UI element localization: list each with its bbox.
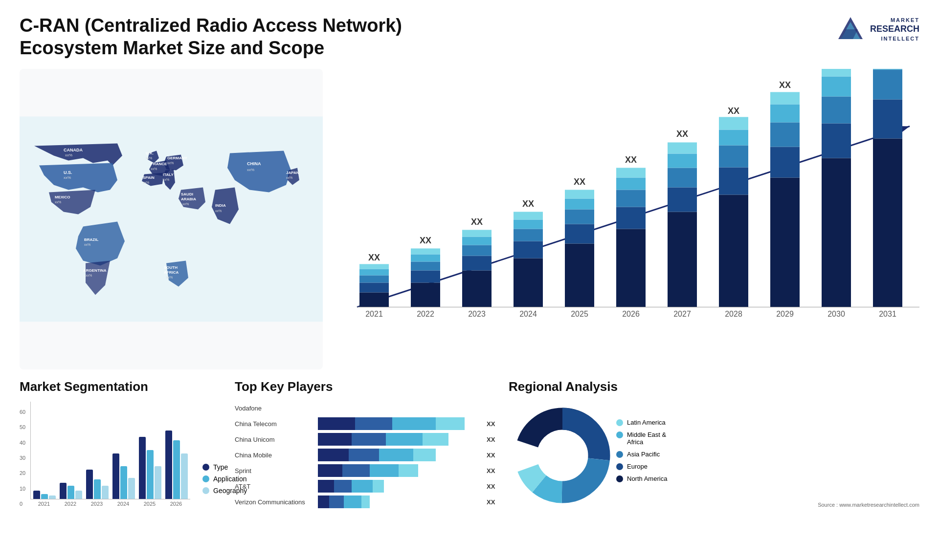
bar-seg1 [318, 464, 342, 477]
x-axis-labels: 2021 2022 2023 2024 2025 2026 [30, 501, 190, 507]
x-label-2023: 2023 [86, 501, 108, 507]
legend-middle-east-africa: Middle East &Africa [616, 431, 667, 446]
key-players-title: Top Key Players [235, 379, 499, 394]
bar-seg3 [392, 417, 436, 430]
svg-text:INDIA: INDIA [215, 204, 226, 208]
y-label-60: 60 [20, 409, 28, 415]
svg-rect-41 [359, 269, 389, 276]
player-row-att: AT&T XX [235, 480, 499, 493]
svg-text:XX: XX [471, 217, 483, 227]
y-label-20: 20 [20, 470, 28, 476]
logo-area: MARKET RESEARCH INTELLECT [836, 15, 919, 44]
svg-text:XX: XX [779, 81, 791, 90]
map-section: CANADA xx% U.S. xx% MEXICO xx% BRAZIL xx… [20, 69, 323, 369]
bar-seg4 [399, 464, 418, 477]
svg-rect-50 [462, 271, 492, 307]
label-north-america: North America [627, 475, 667, 482]
svg-rect-89 [770, 105, 800, 123]
svg-text:ITALY: ITALY [163, 173, 174, 177]
player-name-sprint: Sprint [235, 467, 313, 474]
bar-geo-2024 [128, 478, 135, 499]
logo-text: MARKET RESEARCH INTELLECT [870, 17, 919, 42]
svg-rect-99 [873, 100, 902, 139]
svg-text:xx%: xx% [247, 168, 254, 172]
legend-dot-type [202, 464, 209, 471]
svg-rect-70 [616, 190, 646, 207]
bar-seg1 [318, 449, 349, 461]
regional-content: Latin America Middle East &Africa Asia P… [509, 402, 919, 499]
bar-geo-2025 [155, 466, 161, 499]
player-bar-vodafone [318, 402, 479, 414]
svg-rect-44 [411, 283, 440, 307]
dot-north-america [616, 475, 623, 482]
svg-text:2026: 2026 [622, 310, 640, 319]
bar-seg2 [329, 495, 344, 508]
svg-text:2028: 2028 [725, 310, 742, 319]
y-label-30: 30 [20, 455, 28, 461]
player-bar-verizon [318, 495, 479, 508]
svg-rect-71 [616, 178, 646, 190]
svg-text:2023: 2023 [468, 310, 486, 319]
svg-rect-45 [411, 271, 440, 283]
y-label-0: 0 [20, 501, 28, 507]
player-row-china-mobile: China Mobile XX [235, 449, 499, 461]
player-name-vodafone: Vodafone [235, 405, 313, 412]
x-label-2025: 2025 [138, 501, 161, 507]
segmentation-title: Market Segmentation [20, 379, 225, 394]
bar-app-2021 [41, 494, 48, 499]
player-bar-att [318, 480, 479, 493]
bar-geo-2023 [102, 486, 109, 499]
bar-seg2 [349, 449, 380, 461]
svg-rect-62 [565, 244, 594, 307]
legend-dot-geography [202, 487, 209, 494]
svg-rect-95 [822, 77, 851, 97]
player-value-verizon: XX [487, 498, 499, 506]
bar-seg4 [361, 495, 370, 508]
svg-rect-46 [411, 262, 440, 271]
bar-seg3 [379, 449, 413, 461]
legend-label-type: Type [213, 463, 228, 471]
svg-rect-53 [462, 237, 492, 245]
regional-title: Regional Analysis [509, 379, 919, 394]
svg-text:U.S.: U.S. [64, 171, 72, 175]
svg-rect-72 [616, 168, 646, 178]
x-label-2026: 2026 [165, 501, 187, 507]
svg-rect-56 [514, 258, 543, 307]
player-name-china-mobile: China Mobile [235, 452, 313, 459]
bar-app-2025 [147, 450, 154, 499]
svg-rect-59 [514, 220, 543, 229]
svg-rect-60 [514, 212, 543, 220]
bar-group-2021 [33, 491, 56, 499]
svg-text:xx%: xx% [163, 178, 169, 182]
player-row-verizon: Verizon Communications XX [235, 495, 499, 508]
svg-text:2029: 2029 [776, 310, 794, 319]
bar-type-2021 [33, 491, 40, 499]
svg-rect-69 [616, 207, 646, 229]
svg-text:xx%: xx% [167, 162, 174, 165]
svg-rect-66 [565, 190, 594, 199]
player-name-china-telecom: China Telecom [235, 420, 313, 428]
bar-seg3 [370, 464, 399, 477]
player-bar-china-unicom [318, 433, 479, 446]
bar-seg2 [352, 433, 385, 446]
svg-rect-58 [514, 229, 543, 241]
svg-rect-57 [514, 241, 543, 258]
svg-text:JAPAN: JAPAN [286, 171, 299, 175]
bar-type-2025 [139, 437, 146, 499]
y-label-50: 50 [20, 424, 28, 430]
svg-text:2030: 2030 [827, 310, 845, 319]
bar-seg4 [413, 449, 436, 461]
svg-text:2027: 2027 [673, 310, 691, 319]
svg-text:xx%: xx% [151, 168, 157, 171]
svg-text:2031: 2031 [879, 310, 896, 319]
bar-app-2026 [173, 440, 180, 499]
svg-rect-51 [462, 256, 492, 271]
svg-text:xx%: xx% [65, 153, 72, 158]
svg-text:xx%: xx% [182, 203, 189, 206]
player-row-china-telecom: China Telecom XX [235, 417, 499, 430]
bar-type-2024 [112, 453, 119, 499]
y-label-10: 10 [20, 486, 28, 492]
player-row-vodafone: Vodafone [235, 402, 499, 414]
player-row-china-unicom: China Unicom XX [235, 433, 499, 446]
bar-geo-2026 [181, 453, 188, 499]
